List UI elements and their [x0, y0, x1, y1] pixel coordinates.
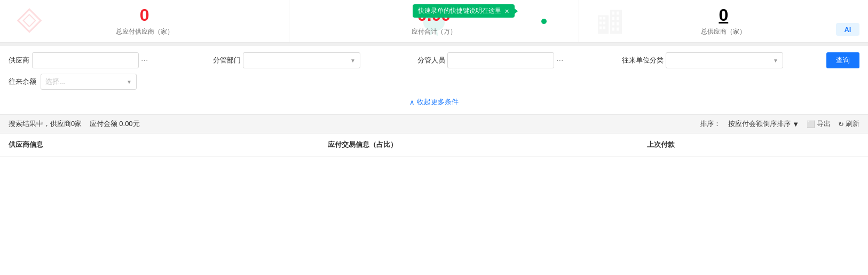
- supplier-label: 供应商: [9, 56, 30, 65]
- results-supplier-count: 搜索结果中，供应商0家: [9, 120, 82, 128]
- supplier-more-btn[interactable]: ···: [141, 56, 148, 65]
- results-summary: 搜索结果中，供应商0家 应付金额 0.00元: [9, 119, 140, 129]
- svg-rect-11: [603, 17, 605, 19]
- dept-label: 分管部门: [213, 56, 241, 65]
- query-button[interactable]: 查询: [826, 52, 859, 68]
- refresh-label: 刷新: [846, 119, 859, 129]
- stat-payable-total: 0.00 应付合计（万） 快速录单的快捷键说明在这里 ×: [289, 0, 579, 42]
- filter-row-1: 供应商 ··· 分管部门 ▼ 分管人员 ··· 往来单位分类 ▼: [9, 52, 859, 68]
- svg-rect-23: [612, 27, 614, 30]
- table-body: [0, 156, 868, 275]
- unit-category-group: 往来单位分类 ▼: [622, 52, 822, 68]
- export-icon: ⬜: [807, 120, 815, 128]
- total-suppliers-label: 总供应商（家）: [701, 27, 746, 36]
- svg-rect-21: [612, 22, 614, 25]
- tooltip-text: 快速录单的快捷键说明在这里: [418, 6, 501, 15]
- top-stats-bar: 0 总应付供应商（家） 0.00 应付合计（万） 快速录单的快捷键说明在这里 ×: [0, 0, 868, 43]
- filter-row-2: 往来余额 选择... ▼: [9, 74, 859, 90]
- balance-placeholder: 选择...: [45, 77, 127, 87]
- export-label: 导出: [817, 119, 831, 129]
- svg-rect-18: [617, 11, 619, 14]
- svg-rect-14: [599, 26, 602, 29]
- svg-rect-19: [612, 17, 614, 20]
- payable-suppliers-count: 0: [140, 6, 149, 25]
- svg-rect-9: [598, 15, 609, 34]
- total-suppliers-count: 0: [719, 6, 728, 25]
- tooltip-dot: [541, 19, 547, 24]
- balance-label: 往来余额: [9, 77, 36, 87]
- refresh-icon: ↻: [838, 120, 844, 128]
- person-input[interactable]: [447, 52, 554, 68]
- unit-category-label: 往来单位分类: [622, 56, 664, 65]
- quick-entry-tooltip: 快速录单的快捷键说明在这里 ×: [413, 4, 514, 18]
- sort-chevron-icon: ▼: [792, 120, 799, 128]
- svg-rect-24: [617, 27, 619, 30]
- filter-area: 供应商 ··· 分管部门 ▼ 分管人员 ··· 往来单位分类 ▼: [0, 46, 868, 115]
- results-bar: 搜索结果中，供应商0家 应付金额 0.00元 排序： 按应付会额倒序排序 ▼ ⬜…: [0, 115, 868, 133]
- balance-select[interactable]: 选择... ▼: [41, 74, 137, 90]
- person-group: 分管人员 ···: [417, 52, 618, 68]
- dept-group: 分管部门 ▼: [213, 52, 413, 68]
- export-button[interactable]: ⬜ 导出: [807, 119, 831, 129]
- svg-rect-10: [599, 17, 602, 19]
- svg-rect-20: [617, 17, 619, 20]
- stat-total-suppliers: 0 总供应商（家） Ai: [579, 0, 868, 42]
- balance-chevron-icon: ▼: [127, 79, 132, 85]
- dept-chevron-icon: ▼: [350, 58, 356, 64]
- dept-select[interactable]: ▼: [243, 52, 360, 68]
- svg-rect-15: [603, 26, 605, 29]
- svg-rect-1: [23, 14, 36, 27]
- tooltip-close-btn[interactable]: ×: [504, 7, 509, 15]
- th-supplier: 供应商信息: [9, 140, 328, 150]
- svg-rect-13: [603, 21, 605, 24]
- building-icon: [595, 7, 627, 34]
- th-last-payment: 上次付款: [647, 140, 860, 150]
- supplier-input[interactable]: [32, 52, 139, 68]
- svg-rect-17: [612, 11, 614, 14]
- payable-suppliers-label: 总应付供应商（家）: [116, 27, 173, 36]
- table-header: 供应商信息 应付交易信息（占比） 上次付款: [0, 133, 868, 156]
- refresh-button[interactable]: ↻ 刷新: [838, 119, 859, 129]
- more-conditions-row: ∧ 收起更多条件: [9, 94, 859, 112]
- payable-total-label: 应付合计（万）: [412, 27, 456, 36]
- supplier-group: 供应商 ···: [9, 52, 209, 68]
- more-conditions-btn[interactable]: ∧ 收起更多条件: [409, 97, 459, 107]
- person-label: 分管人员: [417, 56, 445, 65]
- diamond-icon: [16, 7, 43, 34]
- results-right-controls: 排序： 按应付会额倒序排序 ▼ ⬜ 导出 ↻ 刷新: [700, 119, 859, 129]
- results-amount-summary: 应付金额 0.00元: [90, 120, 140, 128]
- sort-value-btn[interactable]: 按应付会额倒序排序 ▼: [728, 119, 799, 129]
- svg-rect-22: [617, 22, 619, 25]
- more-conditions-label: 收起更多条件: [417, 97, 459, 107]
- unit-category-chevron-icon: ▼: [773, 58, 778, 64]
- more-conditions-icon: ∧: [409, 98, 415, 106]
- unit-category-select[interactable]: ▼: [666, 52, 783, 68]
- person-more-btn[interactable]: ···: [556, 56, 563, 65]
- sort-value-text: 按应付会额倒序排序: [728, 119, 791, 129]
- svg-rect-0: [18, 9, 41, 32]
- svg-rect-16: [610, 10, 622, 34]
- th-transaction: 应付交易信息（占比）: [328, 140, 647, 150]
- ai-badge[interactable]: Ai: [836, 23, 859, 36]
- sort-label: 排序：: [700, 119, 721, 129]
- stat-payable-suppliers: 0 总应付供应商（家）: [0, 0, 289, 42]
- svg-rect-12: [599, 21, 602, 24]
